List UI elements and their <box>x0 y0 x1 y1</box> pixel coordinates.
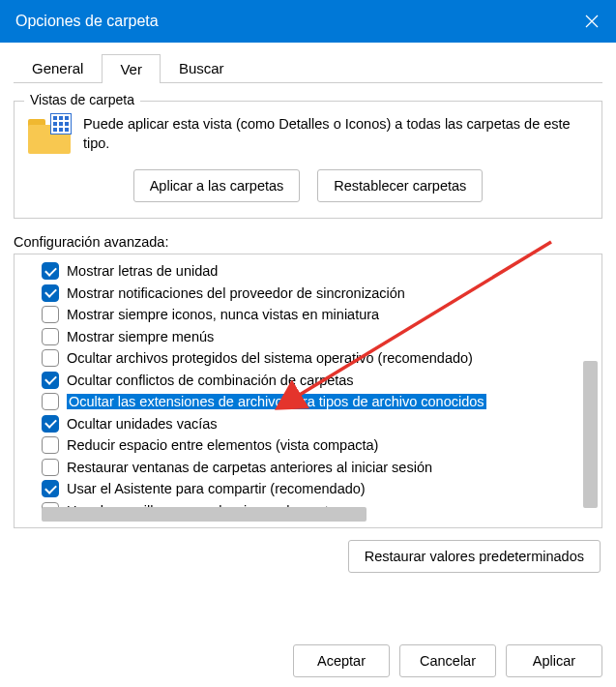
close-button[interactable] <box>568 0 616 43</box>
checkbox[interactable] <box>42 393 59 410</box>
tab-ver[interactable]: Ver <box>102 54 161 83</box>
advanced-item[interactable]: Ocultar archivos protegidos del sistema … <box>42 347 572 370</box>
checkbox[interactable] <box>42 284 59 302</box>
checkbox[interactable] <box>42 459 59 476</box>
title-bar: Opciones de carpeta <box>0 0 616 43</box>
advanced-item-label: Ocultar unidades vacías <box>67 416 218 432</box>
folder-views-title: Vistas de carpeta <box>24 92 140 107</box>
folder-views-group: Vistas de carpeta Puede aplicar esta vis… <box>14 101 602 219</box>
advanced-item-label: Reducir espacio entre elementos (vista c… <box>67 437 378 453</box>
advanced-item-label: Mostrar siempre menús <box>67 329 214 344</box>
restore-defaults-button[interactable]: Restaurar valores predeterminados <box>348 540 601 573</box>
checkbox[interactable] <box>42 415 59 433</box>
dialog-buttons: Aceptar Cancelar Aplicar <box>293 644 602 677</box>
close-icon <box>585 15 599 28</box>
cancel-button[interactable]: Cancelar <box>399 644 496 677</box>
checkbox[interactable] <box>42 480 59 497</box>
advanced-item-label: Mostrar siempre iconos, nunca vistas en … <box>67 307 379 322</box>
advanced-item-label: Ocultar conflictos de combinación de car… <box>67 373 354 388</box>
tab-general[interactable]: General <box>14 53 102 82</box>
reset-folders-button[interactable]: Restablecer carpetas <box>317 169 483 202</box>
advanced-item[interactable]: Ocultar unidades vacías <box>42 413 572 435</box>
checkbox[interactable] <box>42 372 59 389</box>
checkbox[interactable] <box>42 306 59 323</box>
checkbox[interactable] <box>42 349 59 367</box>
checkbox[interactable] <box>42 262 59 280</box>
advanced-item-label: Usar el Asistente para compartir (recome… <box>67 481 366 496</box>
advanced-item[interactable]: Usar el Asistente para compartir (recome… <box>42 478 572 500</box>
advanced-item[interactable]: Ocultar conflictos de combinación de car… <box>42 370 572 392</box>
window-title: Opciones de carpeta <box>15 13 159 30</box>
advanced-item-label: Mostrar letras de unidad <box>67 263 218 279</box>
advanced-item[interactable]: Restaurar ventanas de carpetas anteriore… <box>42 457 572 479</box>
tab-strip: General Ver Buscar <box>14 52 602 83</box>
horizontal-scrollbar[interactable] <box>42 507 367 522</box>
checkbox[interactable] <box>42 328 59 345</box>
advanced-item[interactable]: Reducir espacio entre elementos (vista c… <box>42 434 572 457</box>
advanced-item-label: Ocultar archivos protegidos del sistema … <box>67 350 473 366</box>
advanced-item[interactable]: Mostrar letras de unidad <box>42 260 572 283</box>
folder-options-icon <box>28 115 70 154</box>
vertical-scrollbar[interactable] <box>583 361 598 508</box>
ok-button[interactable]: Aceptar <box>293 644 390 677</box>
advanced-settings-list[interactable]: Mostrar letras de unidadMostrar notifica… <box>14 254 602 528</box>
apply-button[interactable]: Aplicar <box>506 644 602 677</box>
apply-to-folders-button[interactable]: Aplicar a las carpetas <box>133 169 301 202</box>
folder-views-description: Puede aplicar esta vista (como Detalles … <box>83 115 588 153</box>
advanced-settings-label: Configuración avanzada: <box>14 234 602 250</box>
advanced-item[interactable]: Mostrar siempre menús <box>42 326 572 348</box>
advanced-item-label: Ocultar las extensiones de archivo para … <box>67 394 486 409</box>
advanced-item[interactable]: Mostrar notificaciones del proveedor de … <box>42 283 572 305</box>
tab-buscar[interactable]: Buscar <box>161 53 243 82</box>
advanced-item-label: Restaurar ventanas de carpetas anteriore… <box>67 460 432 475</box>
advanced-item-label: Mostrar notificaciones del proveedor de … <box>67 285 405 301</box>
advanced-item[interactable]: Mostrar siempre iconos, nunca vistas en … <box>42 304 572 326</box>
advanced-item[interactable]: Ocultar las extensiones de archivo para … <box>42 391 572 413</box>
checkbox[interactable] <box>42 436 59 454</box>
